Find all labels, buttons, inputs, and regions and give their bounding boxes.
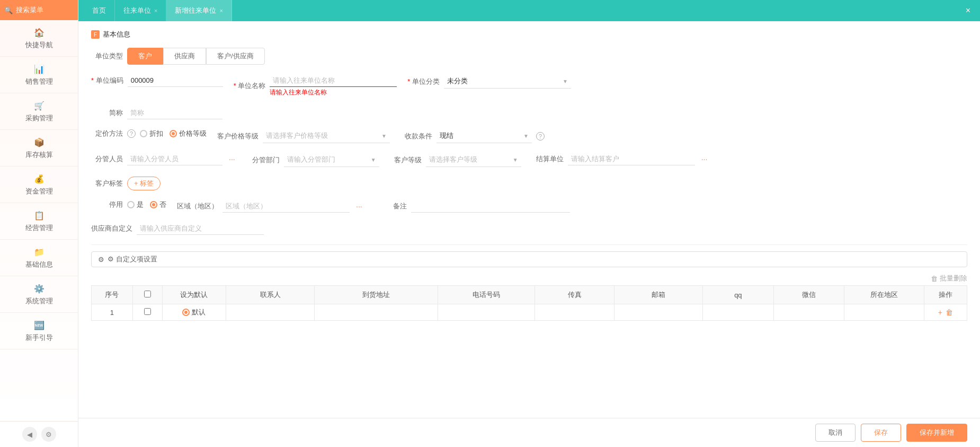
short-name-label: 简称 (91, 108, 123, 118)
settlement-unit-input[interactable] (568, 153, 695, 165)
unit-type-row: 单位类型 客户 供应商 客户/供应商 (91, 48, 967, 65)
custom-settings-icon: ⚙ (98, 256, 104, 264)
row-fax (535, 304, 614, 321)
row-default-radio[interactable]: 默认 (168, 308, 221, 317)
payment-terms-select[interactable]: 现结 ▼ (436, 129, 532, 143)
row-seq: 1 (92, 304, 133, 321)
unit-type-both-btn[interactable]: 客户/供应商 (206, 48, 265, 65)
disabled-no-radio[interactable]: 否 (150, 200, 166, 209)
pricing-discount-label: 折扣 (149, 129, 163, 138)
close-all-tabs-button[interactable]: × (961, 6, 975, 15)
save-and-new-button[interactable]: 保存并新增 (906, 424, 967, 442)
custom-settings-button[interactable]: ⚙ ⚙ 自定义项设置 (91, 251, 967, 267)
customer-price-level-field: 客户价格等级 请选择客户价格等级 ▼ (217, 129, 390, 143)
tab-partners-close[interactable]: × (154, 7, 157, 14)
sidebar-item-guide[interactable]: 🆕 新手引导 (0, 313, 78, 349)
row-email-input[interactable] (637, 309, 680, 317)
settlement-unit-label: 结算单位 (532, 154, 564, 164)
row-qq (703, 304, 774, 321)
add-row-btn[interactable]: + (938, 308, 942, 317)
save-button[interactable]: 保存 (861, 424, 901, 442)
sidebar-item-label: 快捷导航 (25, 40, 53, 50)
system-icon: ⚙️ (33, 283, 45, 294)
unit-name-input[interactable] (270, 74, 397, 87)
disabled-no-label: 否 (159, 200, 166, 209)
select-all-checkbox[interactable] (144, 291, 151, 297)
row-phone-input[interactable] (462, 309, 510, 317)
pricing-discount-radio[interactable]: 折扣 (140, 129, 163, 138)
sidebar-bottom: ◀ ⚙ (0, 421, 78, 447)
row-wechat-input[interactable] (793, 309, 825, 317)
unit-type-supplier-btn[interactable]: 供应商 (163, 48, 206, 65)
payment-terms-help-icon[interactable]: ? (536, 132, 545, 141)
pricing-help-icon[interactable]: ? (127, 129, 136, 138)
manager-more-btn[interactable]: ··· (227, 154, 237, 164)
unit-code-input[interactable] (128, 74, 223, 87)
row-checkbox-input[interactable] (144, 308, 151, 315)
row-area-input[interactable] (866, 309, 903, 317)
tab-partners[interactable]: 往来单位 × (115, 0, 166, 21)
region-input[interactable] (222, 200, 350, 213)
unit-name-field: 单位名称 请输入往来单位名称 (234, 74, 397, 97)
sidebar-item-operations[interactable]: 📋 经营管理 (0, 203, 78, 240)
short-name-input[interactable] (127, 107, 222, 119)
cancel-button[interactable]: 取消 (815, 424, 856, 442)
sidebar-item-finance[interactable]: 💰 资金管理 (0, 166, 78, 203)
disabled-yes-radio[interactable]: 是 (127, 200, 144, 209)
row-fax-input[interactable] (556, 309, 593, 317)
sidebar-item-sales[interactable]: 📊 销售管理 (0, 57, 78, 93)
tab-new-partner-close[interactable]: × (219, 7, 222, 14)
customer-price-level-select[interactable]: 请选择客户价格等级 ▼ (263, 129, 390, 143)
settings-icon[interactable]: ⚙ (41, 427, 56, 442)
sidebar-item-system[interactable]: ⚙️ 系统管理 (0, 276, 78, 313)
customer-price-level-label: 客户价格等级 (217, 132, 259, 141)
section-icon: F (91, 30, 100, 39)
department-label: 分管部门 (248, 155, 280, 165)
search-menu-button[interactable]: 🔍 搜索菜单 (0, 0, 78, 20)
unit-type-customer-btn[interactable]: 客户 (127, 48, 163, 65)
row-address-input[interactable] (344, 309, 408, 317)
sidebar-item-label: 销售管理 (25, 77, 53, 86)
col-phone: 电话号码 (438, 286, 534, 304)
pricing-method-label: 定价方法 (91, 129, 123, 138)
sidebar-item-label: 基础信息 (25, 260, 53, 269)
delete-row-btn[interactable]: 🗑 (946, 308, 953, 317)
col-fax: 传真 (535, 286, 614, 304)
customer-level-arrow-icon: ▼ (513, 157, 518, 163)
sidebar-item-quick-nav[interactable]: 🏠 快捷导航 (0, 20, 78, 57)
tab-home[interactable]: 首页 (84, 0, 115, 21)
expand-icon[interactable]: ◀ (22, 427, 37, 442)
batch-delete-label[interactable]: 批量删除 (940, 274, 967, 283)
col-actions: 操作 (924, 286, 967, 304)
pricing-level-radio[interactable]: 价格等级 (170, 129, 207, 138)
remark-input[interactable] (411, 200, 570, 213)
sidebar-item-label: 系统管理 (25, 296, 53, 306)
row-action-cell: + 🗑 (930, 308, 961, 317)
batch-delete-area: 🗑 批量删除 (91, 274, 967, 283)
batch-delete-icon: 🗑 (931, 275, 938, 283)
unit-type-field: 单位类型 客户 供应商 客户/供应商 (91, 48, 265, 65)
sidebar-item-basic[interactable]: 📁 基础信息 (0, 240, 78, 276)
row-qq-input[interactable] (722, 309, 754, 317)
settlement-more-btn[interactable]: ··· (699, 154, 710, 164)
operations-icon: 📋 (33, 209, 45, 221)
sidebar-item-purchase[interactable]: 🛒 采购管理 (0, 93, 78, 130)
region-more-btn[interactable]: ··· (354, 201, 364, 212)
supplier-custom-input[interactable] (137, 222, 264, 235)
table-header-row: 序号 设为默认 联系人 到货地址 电话号码 传真 邮箱 qq 微信 所在地区 操… (92, 286, 967, 304)
add-tag-button[interactable]: + 标签 (127, 177, 161, 190)
manager-row: 分管人员 ··· 分管部门 请输入分管部门 ▼ 客户等级 请选择客户等级 ▼ 结… (91, 153, 967, 167)
sidebar-item-label: 新手引导 (25, 333, 53, 343)
customer-level-select[interactable]: 请选择客户等级 ▼ (426, 153, 521, 167)
department-select[interactable]: 请输入分管部门 ▼ (284, 153, 379, 167)
disabled-radio-group: 是 否 (127, 200, 166, 209)
manager-input[interactable] (127, 153, 222, 165)
disabled-field: 停用 是 否 (91, 200, 166, 209)
manager-field: 分管人员 ··· (91, 153, 237, 165)
region-field: 区域（地区） ··· (177, 200, 364, 213)
unit-category-select[interactable]: 未分类 ▼ (444, 74, 571, 89)
tab-new-partner[interactable]: 新增往来单位 × (166, 0, 231, 21)
sidebar-item-inventory[interactable]: 📦 库存核算 (0, 130, 78, 166)
row-contact-input[interactable] (249, 309, 291, 317)
sidebar-item-label: 采购管理 (25, 113, 53, 123)
